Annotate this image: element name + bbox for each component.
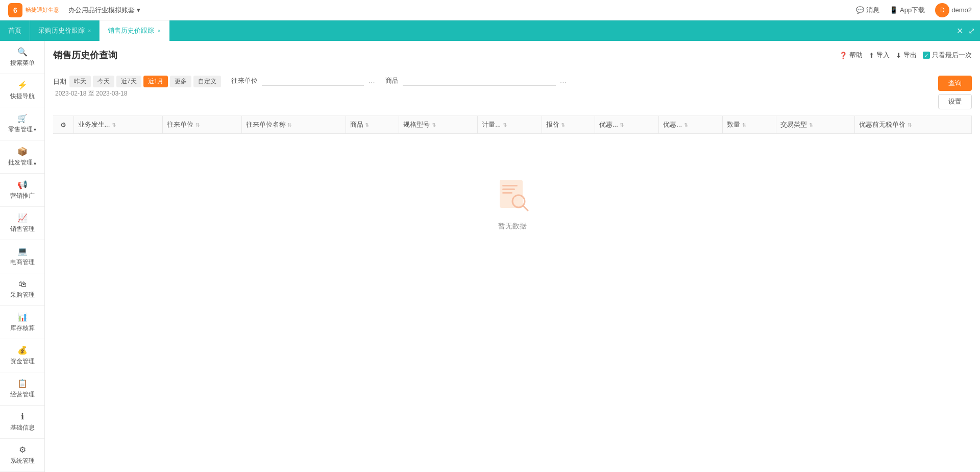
col-quantity[interactable]: 数量 ⇅ — [723, 116, 776, 134]
chevron-down-icon: ▾ — [34, 127, 36, 132]
sidebar-item-marketing[interactable]: 📢 营销推广 — [0, 174, 44, 207]
chevron-up-icon: ▴ — [34, 160, 36, 166]
message-button[interactable]: 💬 消息 — [856, 6, 879, 15]
import-icon: ⬆ — [869, 52, 874, 59]
col-price[interactable]: 报价 ⇅ — [542, 116, 595, 134]
logo-text: 畅捷通好生意 — [26, 6, 59, 13]
col-spec[interactable]: 规格型号 ⇅ — [399, 116, 478, 134]
app-download-button[interactable]: 📱 App下载 — [890, 6, 925, 15]
checkbox-icon: ✓ — [923, 52, 930, 59]
info-icon: ℹ — [21, 412, 24, 421]
date-btn-1month[interactable]: 近1月 — [143, 76, 168, 87]
col-pre-tax-price[interactable]: 优惠前无税单价 ⇅ — [855, 116, 972, 134]
date-btn-yesterday[interactable]: 昨天 — [69, 76, 91, 87]
sort-icon: ⇅ — [742, 122, 746, 128]
app-selector[interactable]: 办公用品行业模拟账套 ▾ — [64, 4, 144, 17]
col-discount2[interactable]: 优惠... ⇅ — [659, 116, 723, 134]
page-title-bar: 销售历史价查询 ❓ 帮助 ⬆ 导入 ⬇ 导出 ✓ — [53, 49, 972, 61]
sort-icon: ⇅ — [195, 122, 200, 128]
product-selector-button[interactable]: ... — [560, 76, 567, 85]
ops-icon: 📋 — [17, 379, 28, 388]
ecom-icon: 💻 — [17, 246, 28, 256]
counterparty-label: 往来单位 — [231, 76, 258, 85]
sidebar-item-sales-mgmt[interactable]: 📈 销售管理 — [0, 207, 44, 240]
export-icon: ⬇ — [896, 52, 901, 59]
top-bar-left: 6 畅捷通好生意 办公用品行业模拟账套 ▾ — [8, 3, 144, 17]
sidebar-item-retail-mgmt[interactable]: 🛒 零售管理 ▾ — [0, 107, 44, 140]
sort-icon: ⇅ — [561, 122, 565, 128]
col-counterparty-name[interactable]: 往来单位名称 ⇅ — [241, 116, 346, 134]
filter-bar: 日期 昨天 今天 近7天 近1月 更多 自定义 2023-02-18 至 202… — [53, 69, 972, 116]
sidebar-item-basic-info[interactable]: ℹ 基础信息 — [0, 406, 44, 439]
message-icon: 💬 — [856, 6, 864, 14]
counterparty-selector-button[interactable]: ... — [368, 76, 375, 85]
help-icon: ❓ — [839, 52, 847, 59]
empty-state: 暂无数据 — [53, 134, 972, 272]
settings-button[interactable]: 设置 — [938, 94, 972, 109]
col-unit[interactable]: 计量... ⇅ — [478, 116, 542, 134]
svg-rect-1 — [502, 185, 518, 186]
sidebar-item-ecom-mgmt[interactable]: 💻 电商管理 — [0, 240, 44, 273]
table-container: ⚙ 业务发生... ⇅ 往来单位 ⇅ 往来单位名称 — [53, 116, 972, 272]
filter-actions: 查询 设置 — [938, 76, 972, 109]
sidebar-item-purchase-mgmt[interactable]: 🛍 采购管理 — [0, 273, 44, 306]
date-btn-more[interactable]: 更多 — [170, 76, 191, 87]
sidebar-item-finance-mgmt[interactable]: 💰 资金管理 — [0, 339, 44, 372]
tab-purchase-history[interactable]: 采购历史价跟踪 × — [30, 20, 100, 41]
date-btn-7days[interactable]: 近7天 — [116, 76, 141, 87]
sidebar-item-quick-nav[interactable]: ⚡ 快捷导航 — [0, 74, 44, 107]
col-discount1[interactable]: 优惠... ⇅ — [595, 116, 658, 134]
tab-sales-history-close[interactable]: × — [157, 28, 160, 34]
sidebar-item-wholesale-mgmt[interactable]: 📦 批发管理 ▴ — [0, 140, 44, 174]
date-btn-custom[interactable]: 自定义 — [193, 76, 221, 87]
main-layout: 🔍 搜索菜单 ⚡ 快捷导航 🛒 零售管理 ▾ 📦 批发管理 ▴ 📢 营销推广 — [0, 41, 980, 472]
col-business-date[interactable]: 业务发生... ⇅ — [74, 116, 163, 134]
sort-icon: ⇅ — [908, 122, 912, 128]
top-bar-right: 💬 消息 📱 App下载 D demo2 — [856, 3, 972, 17]
product-input[interactable] — [403, 76, 556, 86]
col-counterparty-code[interactable]: 往来单位 ⇅ — [163, 116, 241, 134]
counterparty-input[interactable] — [262, 76, 364, 86]
col-product[interactable]: 商品 ⇅ — [346, 116, 399, 134]
col-settings[interactable]: ⚙ — [53, 116, 74, 134]
counterparty-filter-group: 往来单位 ... — [231, 76, 375, 86]
sort-icon: ⇅ — [365, 122, 369, 128]
tab-bar-actions: ✕ ⤢ — [957, 26, 980, 36]
page-actions: ❓ 帮助 ⬆ 导入 ⬇ 导出 ✓ 只看最后一次 — [839, 51, 972, 60]
top-bar: 6 畅捷通好生意 办公用品行业模拟账套 ▾ 💬 消息 📱 App下载 D dem… — [0, 0, 980, 20]
sidebar-item-search-menu[interactable]: 🔍 搜索菜单 — [0, 41, 44, 74]
settings-icon: ⚙ — [60, 121, 66, 129]
date-buttons: 昨天 今天 近7天 近1月 更多 自定义 — [69, 76, 221, 87]
help-button[interactable]: ❓ 帮助 — [839, 51, 863, 60]
export-button[interactable]: ⬇ 导出 — [896, 51, 917, 60]
product-filter-group: 商品 ... — [385, 76, 567, 86]
sidebar-item-ops-mgmt[interactable]: 📋 经营管理 — [0, 372, 44, 406]
expand-button[interactable]: ⤢ — [968, 26, 975, 36]
tab-purchase-history-close[interactable]: × — [88, 28, 91, 34]
svg-line-5 — [523, 206, 528, 210]
purchase-history-tab-label: 采购历史价跟踪 — [38, 26, 85, 35]
svg-rect-0 — [500, 180, 523, 208]
user-profile[interactable]: D demo2 — [935, 3, 972, 17]
date-range: 2023-02-18 至 2023-03-18 — [55, 90, 127, 97]
query-button[interactable]: 查询 — [938, 76, 972, 91]
home-tab-label: 首页 — [8, 26, 21, 35]
sidebar-item-sys-mgmt[interactable]: ⚙ 系统管理 — [0, 439, 44, 472]
col-trade-type[interactable]: 交易类型 ⇅ — [776, 116, 854, 134]
date-btn-today[interactable]: 今天 — [93, 76, 114, 87]
sort-icon: ⇅ — [432, 122, 436, 128]
finance-icon: 💰 — [17, 345, 28, 355]
tab-home[interactable]: 首页 — [0, 20, 30, 41]
date-label: 日期 — [53, 77, 66, 86]
only-last-checkbox[interactable]: ✓ 只看最后一次 — [923, 51, 972, 60]
page-content: 销售历史价查询 ❓ 帮助 ⬆ 导入 ⬇ 导出 ✓ — [45, 41, 980, 472]
svg-point-6 — [514, 197, 518, 201]
sort-icon: ⇅ — [809, 122, 813, 128]
sidebar-item-inventory[interactable]: 📊 库存核算 — [0, 306, 44, 339]
svg-rect-3 — [502, 192, 512, 194]
close-all-tabs-button[interactable]: ✕ — [957, 26, 963, 36]
table-header-row: ⚙ 业务发生... ⇅ 往来单位 ⇅ 往来单位名称 — [53, 116, 972, 134]
tab-sales-history[interactable]: 销售历史价跟踪 × — [100, 20, 169, 41]
sort-icon: ⇅ — [620, 122, 624, 128]
import-button[interactable]: ⬆ 导入 — [869, 51, 890, 60]
